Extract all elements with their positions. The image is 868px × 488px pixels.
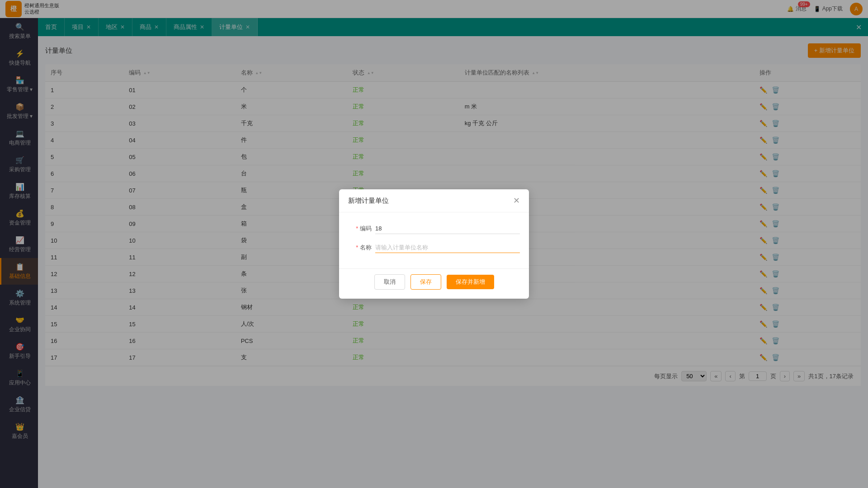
modal-header: 新增计量单位 ✕	[339, 189, 529, 212]
save-and-new-button[interactable]: 保存并新增	[447, 275, 494, 289]
modal-footer: 取消 保存 保存并新增	[339, 268, 529, 299]
modal-overlay: 新增计量单位 ✕ * 编码 * 名称 取消 保存 保存并新增	[0, 0, 868, 488]
modal-close-button[interactable]: ✕	[513, 196, 520, 206]
save-button[interactable]: 保存	[410, 274, 441, 290]
code-required-mark: *	[356, 225, 358, 232]
name-required-mark: *	[356, 244, 358, 251]
name-label: * 名称	[348, 244, 375, 252]
code-label: * 编码	[348, 225, 375, 233]
modal-body: * 编码 * 名称	[339, 212, 529, 268]
add-unit-modal: 新增计量单位 ✕ * 编码 * 名称 取消 保存 保存并新增	[339, 189, 529, 299]
form-row-name: * 名称	[348, 242, 520, 253]
modal-title: 新增计量单位	[348, 197, 389, 205]
code-input[interactable]	[375, 223, 520, 234]
form-row-code: * 编码	[348, 223, 520, 234]
name-input[interactable]	[375, 242, 520, 253]
cancel-button[interactable]: 取消	[374, 274, 405, 290]
